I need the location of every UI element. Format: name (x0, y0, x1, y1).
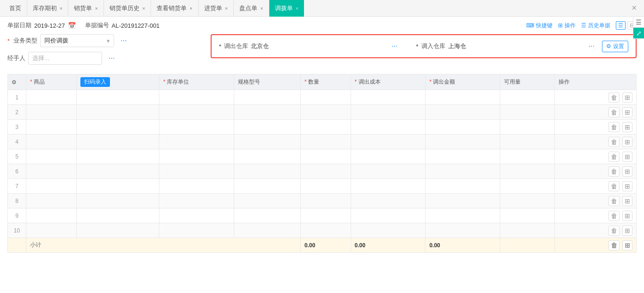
main-content: 单据日期 2019-12-27 📅 单据编号 AL-20191227-001 ⌨… (0, 17, 644, 257)
row-available-cell (500, 90, 554, 105)
person-select[interactable]: 选择... (28, 52, 102, 65)
row-product-cell[interactable] (26, 223, 77, 238)
row-copy-icon[interactable]: ⊞ (622, 107, 632, 117)
row-unit-cell (159, 194, 234, 208)
row-amount-cell (425, 105, 500, 120)
row-delete-icon[interactable]: 🗑 (608, 196, 620, 206)
person-more-icon[interactable]: ··· (109, 54, 115, 62)
row-copy-icon[interactable]: ⊞ (622, 166, 632, 177)
row-actions-cell: 🗑 ⊞ (554, 134, 636, 149)
row-scan-cell (76, 194, 159, 208)
tab-inventory-init-close[interactable]: × (60, 6, 62, 11)
row-delete-icon[interactable]: 🗑 (608, 166, 620, 177)
sidebar-list-icon[interactable]: ☰ (633, 17, 644, 28)
row-product-cell[interactable] (26, 208, 77, 223)
row-copy-icon[interactable]: ⊞ (622, 92, 632, 103)
row-product-cell[interactable] (26, 164, 77, 179)
th-cost-label: 调出成本 (358, 79, 381, 85)
business-type-more-icon[interactable]: ··· (121, 37, 127, 45)
row-scan-cell (76, 149, 159, 164)
row-actions-cell: 🗑 ⊞ (554, 105, 636, 120)
row-scan-cell (76, 179, 159, 194)
subtotal-delete-icon[interactable]: 🗑 (608, 240, 620, 250)
row-copy-icon[interactable]: ⊞ (622, 181, 632, 191)
tab-purchase-order-close[interactable]: × (225, 6, 228, 11)
tab-sales-order[interactable]: 销货单 × (68, 0, 103, 17)
th-gear[interactable]: ⚙ (8, 74, 26, 90)
tab-view-sales[interactable]: 查看销货单 × (151, 0, 198, 17)
row-delete-icon[interactable]: 🗑 (608, 107, 620, 117)
layout-list-icon[interactable]: ☰ (616, 21, 626, 30)
row-unit-cell (159, 120, 234, 134)
business-type-select[interactable]: 同价调拨 ▾ (40, 34, 114, 47)
shortcut-icon: ⌨ (526, 22, 534, 29)
th-scan[interactable]: 扫码录入 (76, 74, 159, 90)
operations-icon: ⊞ (558, 22, 563, 29)
tab-transfer-order[interactable]: 调拨单 × (269, 0, 304, 17)
row-copy-icon[interactable]: ⊞ (622, 152, 632, 162)
setting-button[interactable]: ⚙ 设置 (602, 41, 628, 52)
row-copy-icon[interactable]: ⊞ (622, 137, 632, 147)
header-row: 单据日期 2019-12-27 📅 单据编号 AL-20191227-001 ⌨… (7, 21, 637, 30)
row-delete-icon[interactable]: 🗑 (608, 137, 620, 147)
tab-sales-history[interactable]: 销货单历史 × (104, 0, 151, 17)
right-sidebar: ☰ ⤢ (633, 17, 644, 39)
row-available-cell (500, 194, 554, 208)
shortcuts-btn[interactable]: ⌨ 快捷键 (526, 22, 553, 30)
row-delete-icon[interactable]: 🗑 (608, 92, 620, 103)
subtotal-copy-icon[interactable]: ⊞ (622, 240, 632, 250)
row-product-cell[interactable] (26, 90, 77, 105)
out-warehouse-more-icon[interactable]: ··· (391, 42, 397, 50)
row-spec-cell (234, 105, 300, 120)
tab-inventory-check-close[interactable]: × (260, 6, 263, 11)
row-scan-cell (76, 208, 159, 223)
history-btn[interactable]: ☰ 历史单据 (581, 22, 610, 30)
row-delete-icon[interactable]: 🗑 (608, 152, 620, 162)
row-quantity-cell (300, 90, 351, 105)
th-cost: * 调出成本 (351, 74, 425, 90)
row-delete-icon[interactable]: 🗑 (608, 181, 620, 191)
row-product-cell[interactable] (26, 179, 77, 194)
tab-home[interactable]: 首页 (4, 0, 27, 17)
th-quantity-label: 数量 (308, 79, 319, 85)
row-product-cell[interactable] (26, 194, 77, 208)
th-amount: * 调出金额 (425, 74, 500, 90)
row-copy-icon[interactable]: ⊞ (622, 211, 632, 221)
tab-inventory-init[interactable]: 库存期初 × (27, 0, 68, 17)
tab-sales-order-close[interactable]: × (95, 6, 97, 11)
row-delete-icon[interactable]: 🗑 (608, 211, 620, 221)
row-amount-cell (425, 90, 500, 105)
row-product-cell[interactable] (26, 120, 77, 134)
row-quantity-cell (300, 179, 351, 194)
row-delete-icon[interactable]: 🗑 (608, 122, 620, 132)
scan-button[interactable]: 扫码录入 (80, 77, 110, 87)
row-product-cell[interactable] (26, 105, 77, 120)
row-product-cell[interactable] (26, 134, 77, 149)
row-copy-icon[interactable]: ⊞ (622, 122, 632, 132)
sidebar-expand-icon[interactable]: ⤢ (633, 28, 644, 39)
row-copy-icon[interactable]: ⊞ (622, 196, 632, 206)
operations-btn[interactable]: ⊞ 操作 (558, 22, 576, 30)
tab-view-sales-close[interactable]: × (189, 6, 192, 11)
tab-inventory-check[interactable]: 盘点单 × (234, 0, 269, 17)
tab-sales-history-close[interactable]: × (142, 6, 145, 11)
row-scan-cell (76, 120, 159, 134)
business-type-value: 同价调拨 (44, 37, 68, 45)
row-copy-icon[interactable]: ⊞ (622, 226, 632, 236)
row-actions-cell: 🗑 ⊞ (554, 149, 636, 164)
date-field: 单据日期 2019-12-27 📅 (7, 21, 76, 30)
setting-label: 设置 (613, 43, 624, 50)
tab-purchase-order[interactable]: 进货单 × (199, 0, 234, 17)
out-warehouse-label: 调出仓库 (224, 42, 248, 50)
row-delete-icon[interactable]: 🗑 (608, 226, 620, 236)
business-type-required: * (7, 37, 10, 44)
subtotal-num-cell (8, 238, 26, 253)
business-type-label: 业务类型 (13, 37, 37, 45)
close-all-tabs[interactable]: × (628, 3, 640, 13)
row-product-cell[interactable] (26, 149, 77, 164)
in-warehouse-more-icon[interactable]: ··· (589, 42, 595, 50)
calendar-icon[interactable]: 📅 (68, 22, 76, 29)
tab-transfer-order-close[interactable]: × (296, 6, 298, 11)
row-num-cell: 10 (8, 223, 26, 238)
tab-home-label: 首页 (9, 4, 21, 12)
